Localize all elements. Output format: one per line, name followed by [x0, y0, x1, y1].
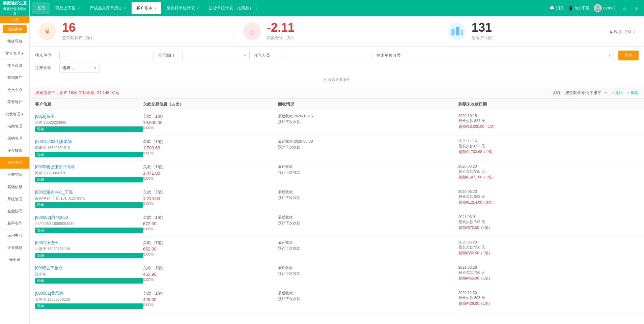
svg-rect-8 [461, 30, 463, 35]
message-button[interactable]: 💬 消息 [550, 5, 564, 11]
customer-name-link[interactable]: [000002]用户2050 [35, 215, 143, 220]
sidebar-item-system[interactable]: 系统管理 [0, 193, 29, 205]
chevron-down-icon: ▼ [21, 52, 24, 55]
customer-name-link[interactable]: [0002]服务中心_丁磊 [35, 189, 143, 195]
overdue-amount-link[interactable]: 超期¥10,000.00（1笔） [458, 124, 639, 129]
sidebar-item-retail-mgmt[interactable]: 零售管理 ▼ [0, 48, 29, 60]
export-button[interactable]: ○ 导出 [612, 90, 623, 96]
header-customer-info: 客户信息 [35, 101, 143, 107]
repay-next: 预计下次收款 [278, 145, 458, 150]
app-download-button[interactable]: 📱 App下载 [568, 5, 590, 11]
customer-name-link[interactable]: [0006]去下粮仓 [35, 265, 143, 271]
sidebar-item-app-center[interactable]: 应用中心 [0, 230, 29, 242]
sort-select[interactable]: 排序：按欠款金额倒序排序 ▼ [553, 90, 608, 96]
result-actions: 排序：按欠款金额倒序排序 ▼ ○ 导出 ○ 刷新 [553, 90, 639, 96]
help-button[interactable]: ? 帮助 [624, 29, 636, 35]
sidebar-item-retail-store[interactable]: 零售商城 [0, 60, 29, 72]
overdue-amount-link[interactable]: 超期¥429.00（1笔） [458, 301, 639, 306]
tab-customer-account[interactable]: 客户账本 × [132, 2, 161, 14]
window-maximize-button[interactable]: ⊞ [633, 4, 641, 12]
logo-subtitle: 母婴行业演示账套 [1, 7, 28, 16]
tab-inbound-stats[interactable]: 进货单统计表（按商品） × [204, 2, 262, 14]
filter-unit-input[interactable]: ... [59, 51, 154, 60]
filter-label-category: 往来单位分类 [376, 53, 401, 58]
tab-product-shelf[interactable]: 商品上下架 × [51, 2, 84, 14]
filter-person-input[interactable]: ... [278, 51, 372, 60]
customer-tag: 现销 [35, 303, 143, 309]
sidebar-item-purchase[interactable]: 采购管理 [0, 132, 29, 145]
search-button[interactable]: 查询 [618, 51, 639, 60]
tab-production-history-close[interactable]: × [124, 6, 126, 10]
help-icon: ? [624, 30, 627, 34]
sidebar-item-batch-mgmt[interactable]: 批发管理 ▼ [0, 108, 29, 120]
sidebar-item-retail-stats[interactable]: 零售统计 [0, 96, 29, 108]
user-avatar[interactable]: demo2 [594, 4, 616, 12]
tab-purchase-order-stats-close[interactable]: × [197, 6, 199, 10]
filter-dept-select[interactable]: ▼ [182, 51, 250, 60]
repay-date: 最近收款 [278, 265, 458, 270]
tab-home[interactable]: 首页 [32, 2, 50, 14]
chevron-down-icon3: ▼ [93, 66, 97, 70]
customer-name-link[interactable]: [000001]黄思源 [35, 291, 143, 296]
overdue-col: 2020.11.15 最长欠款 853 天 超期¥1,703.68（1笔） [458, 139, 639, 154]
filter-category-select[interactable]: ▼ [405, 51, 614, 60]
sidebar-item-chang-member[interactable]: 畅会员 [0, 254, 29, 266]
customer-name-link[interactable]: [0001020001]李老师 [35, 139, 143, 145]
filter-balance-select[interactable]: 选择... ▼ [59, 63, 100, 72]
overdue-amount-link[interactable]: 超期¥672.00（1笔） [458, 225, 639, 230]
overdue-col: 2020.06.23 最长欠款 998 天 超期¥652.00（1笔） [458, 240, 639, 256]
customer-info-col: [0016]吕俊 吕俊 13026203696 现销 [35, 114, 143, 132]
header-repay: 回收情况 [278, 101, 458, 107]
tab-production-history-label: 产成品入库单历史 [90, 5, 122, 11]
tab-product-shelf-close[interactable]: × [78, 6, 80, 10]
overdue-amount-link[interactable]: 超期¥652.00（1笔） [458, 251, 639, 256]
sidebar-item-ecommerce[interactable]: 电商管理 [0, 120, 29, 132]
chevron-down-icon: ▼ [21, 113, 24, 116]
svg-text:¥: ¥ [45, 27, 50, 36]
tab-inbound-stats-close[interactable]: × [255, 6, 257, 10]
overdue-amount-link[interactable]: 超期¥1,214.00（3笔） [458, 200, 639, 205]
tab-production-history[interactable]: 产成品入库单历史 × [85, 2, 131, 14]
collapse-button[interactable]: ⋀ 收起更多条件 [35, 75, 639, 84]
repay-date: 最近收款 [278, 215, 458, 220]
window-minimize-button[interactable]: ⊟ [620, 4, 628, 12]
debt-col: 欠款（1笔） 1,471.00 0.00% [143, 164, 278, 180]
tab-customer-account-close[interactable]: × [155, 6, 157, 10]
sidebar-item-finance[interactable]: 资金管理 [0, 157, 29, 169]
refresh-button[interactable]: ○ 刷新 [627, 90, 639, 96]
sidebar-item-corp-collab[interactable]: 企业协同 [0, 205, 29, 217]
due-date: 2021.03.01 [458, 215, 639, 219]
sidebar-item-operation[interactable]: 经营管理 [0, 169, 29, 181]
debt-col: 欠款（1笔） 10,000.00 0.00% [143, 114, 278, 130]
search-menu-button[interactable]: 搜索菜单 [3, 25, 27, 33]
sidebar-item-member[interactable]: 会员中心 [0, 84, 29, 96]
overdue-amount-link[interactable]: 超期¥455.90（1笔） [458, 276, 639, 281]
stat-debt-total: ◇ -2.11 欠款合计（万） [234, 16, 439, 46]
overdue-amount-link[interactable]: 超期¥1,471.00（1笔） [458, 175, 639, 180]
repay-date: 最近收款 [278, 240, 458, 245]
repay-col: 最近收款 预计下次收款 [278, 265, 458, 276]
sidebar-item-newbie[interactable]: 新手引导 [0, 217, 29, 230]
sidebar-item-corp-wechat[interactable]: 企业微信 [0, 242, 29, 254]
tab-customer-account-label: 客户账本 [136, 5, 152, 11]
message-icon: 💬 [550, 6, 555, 10]
sidebar-item-basic-info[interactable]: 基础信息 [0, 181, 29, 193]
due-date: 2020.11.15 [458, 139, 639, 143]
sidebar-item-inventory[interactable]: 库存核算 [0, 145, 29, 157]
tab-purchase-order-stats[interactable]: 采购订单统计表 × [162, 2, 204, 14]
video-button[interactable]: ▶ 视频 [610, 29, 622, 35]
sidebar-logo: 畅捷通好生意 母婴行业演示账套 [0, 0, 29, 16]
repay-date: 最近收款 [278, 164, 458, 169]
customer-name-link[interactable]: [0016]吕俊 [35, 114, 143, 119]
debt-amount: 455.90 [143, 272, 278, 277]
overdue-days: 最长欠款 998 天 [458, 194, 639, 199]
sidebar-item-marketing[interactable]: 营销推广 [0, 72, 29, 84]
overdue-amount-link[interactable]: 超期¥1,703.68（1笔） [458, 149, 639, 154]
customer-name-link[interactable]: [0007]小进干 [35, 240, 143, 246]
filter-label-unit: 往来单位 [35, 53, 55, 58]
sidebar-item-quick-nav[interactable]: 快捷导航 [0, 35, 29, 48]
chevron-down-icon2: ▼ [608, 54, 611, 57]
customer-name-link[interactable]: [0003]畅捷服务尹海燕 [35, 164, 143, 170]
customer-phone: 用户2050 18665062050 [35, 221, 143, 226]
repay-col: 最近收款 2020-06-30 预计下次收款 [278, 139, 458, 150]
